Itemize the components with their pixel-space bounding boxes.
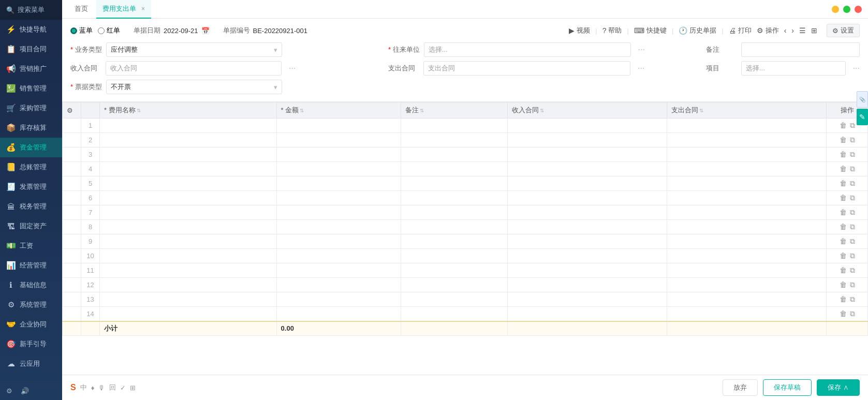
radio-blue-input[interactable] [70, 27, 77, 34]
project-select[interactable]: 选择... [741, 61, 846, 76]
amount-4[interactable] [276, 162, 401, 176]
note-input[interactable] [741, 42, 860, 57]
expense-name-6[interactable] [100, 191, 277, 205]
note-5[interactable] [401, 176, 508, 191]
expense-contract-5[interactable] [667, 176, 827, 191]
expense-contract-14[interactable] [667, 307, 827, 321]
note-10[interactable] [401, 249, 508, 263]
amount-11[interactable] [276, 263, 401, 278]
toolbar-action-help[interactable]: ? 帮助 [602, 26, 622, 35]
income-contract-8[interactable] [508, 220, 667, 234]
expense-contract-8[interactable] [667, 220, 827, 234]
counterpart-more-icon[interactable]: ··· [638, 45, 645, 54]
expense-contract-2[interactable] [667, 133, 827, 147]
delete-icon-14[interactable]: 🗑 [840, 309, 847, 318]
delete-icon-10[interactable]: 🗑 [840, 251, 847, 260]
amount-6[interactable] [276, 191, 401, 205]
delete-icon-1[interactable]: 🗑 [840, 121, 847, 130]
window-minimize[interactable] [832, 6, 839, 13]
amount-1[interactable] [276, 118, 401, 133]
amount-14[interactable] [276, 307, 401, 321]
sidebar-item-new-guide[interactable]: 🎯 新手引导 [0, 334, 62, 354]
income-contract-5[interactable] [508, 176, 667, 191]
amount-10[interactable] [276, 249, 401, 263]
sidebar-item-system[interactable]: ⚙ 系统管理 [0, 295, 62, 315]
expense-contract-1[interactable] [667, 118, 827, 133]
expense-name-5[interactable] [100, 176, 277, 191]
delete-icon-8[interactable]: 🗑 [840, 223, 847, 231]
sidebar-item-purchase[interactable]: 🛒 采购管理 [0, 98, 62, 118]
sidebar-item-enterprise[interactable]: 🤝 企业协同 [0, 315, 62, 334]
window-maximize[interactable] [843, 6, 850, 13]
copy-icon-7[interactable]: ⧉ [850, 208, 855, 217]
expense-contract-11[interactable] [667, 263, 827, 278]
sidebar-item-invoice[interactable]: 🧾 发票管理 [0, 177, 62, 197]
copy-icon-14[interactable]: ⧉ [850, 309, 855, 318]
invoice-type-select[interactable]: 不开票 ▾ [106, 80, 282, 94]
expense-contract-4[interactable] [667, 162, 827, 176]
expense-name-3[interactable] [100, 147, 277, 162]
amount-3[interactable] [276, 147, 401, 162]
copy-icon-10[interactable]: ⧉ [850, 251, 855, 260]
income-contract-11[interactable] [508, 263, 667, 278]
sidebar-search[interactable]: 🔍 搜索菜单 [0, 0, 62, 20]
note-11[interactable] [401, 263, 508, 278]
note-14[interactable] [401, 307, 508, 321]
sidebar-item-inventory[interactable]: 📦 库存核算 [0, 118, 62, 138]
income-contract-1[interactable] [508, 118, 667, 133]
copy-icon-6[interactable]: ⧉ [850, 194, 855, 202]
radio-red-input[interactable] [98, 27, 105, 34]
toolbar-action-shortcut[interactable]: ⌨ 快捷键 [634, 26, 667, 35]
delete-icon-2[interactable]: 🗑 [840, 136, 847, 144]
toolbar-action-list-view[interactable]: ☰ [799, 26, 806, 35]
save-button[interactable]: 保存 ∧ [817, 379, 860, 396]
project-more-icon[interactable]: ··· [853, 64, 860, 73]
amount-13[interactable] [276, 292, 401, 307]
sidebar-item-project-contract[interactable]: 📋 项目合同 [0, 39, 62, 59]
copy-icon-2[interactable]: ⧉ [850, 136, 855, 144]
delete-icon-13[interactable]: 🗑 [840, 295, 847, 304]
income-contract-6[interactable] [508, 191, 667, 205]
income-contract-13[interactable] [508, 292, 667, 307]
expense-contract-12[interactable] [667, 278, 827, 292]
copy-icon-3[interactable]: ⧉ [850, 150, 855, 159]
delete-icon-3[interactable]: 🗑 [840, 150, 847, 159]
delete-icon-7[interactable]: 🗑 [840, 208, 847, 217]
income-contract-more-icon[interactable]: ··· [289, 64, 296, 73]
col-header-expense-contract[interactable]: 支出合同⇅ [667, 102, 827, 118]
expense-contract-7[interactable] [667, 205, 827, 220]
amount-9[interactable] [276, 234, 401, 249]
amount-8[interactable] [276, 220, 401, 234]
delete-icon-4[interactable]: 🗑 [840, 165, 847, 173]
note-4[interactable] [401, 162, 508, 176]
sidebar-item-tax[interactable]: 🏛 税务管理 [0, 197, 62, 216]
delete-icon-11[interactable]: 🗑 [840, 266, 847, 275]
window-close[interactable] [855, 6, 862, 13]
float-btn-2[interactable]: ✎ [857, 109, 868, 125]
expense-contract-6[interactable] [667, 191, 827, 205]
settings-icon[interactable]: ⚙ [6, 387, 12, 395]
sidebar-item-marketing[interactable]: 📢 营销推广 [0, 59, 62, 79]
toolbar-action-grid-view[interactable]: ⊞ [811, 26, 817, 35]
calendar-icon[interactable]: 📅 [201, 27, 210, 35]
expense-name-1[interactable] [100, 118, 277, 133]
expense-contract-more-icon[interactable]: ··· [638, 64, 644, 73]
income-contract-14[interactable] [508, 307, 667, 321]
note-9[interactable] [401, 234, 508, 249]
note-8[interactable] [401, 220, 508, 234]
settings-button[interactable]: ⚙ 设置 [827, 24, 860, 37]
delete-icon-9[interactable]: 🗑 [840, 237, 847, 246]
sidebar-item-quick-nav[interactable]: ⚡ 快捷导航 [0, 20, 62, 39]
sidebar-item-capital[interactable]: 💰 资金管理 [0, 138, 62, 157]
col-header-expense-name[interactable]: * 费用名称⇅ [100, 102, 277, 118]
expense-name-8[interactable] [100, 220, 277, 234]
copy-icon-5[interactable]: ⧉ [850, 179, 855, 188]
sidebar-item-ledger[interactable]: 📒 总账管理 [0, 157, 62, 177]
sidebar-item-payroll[interactable]: 💵 工资 [0, 236, 62, 256]
copy-icon-12[interactable]: ⧉ [850, 280, 855, 289]
copy-icon-8[interactable]: ⧉ [850, 223, 855, 231]
expense-contract-10[interactable] [667, 249, 827, 263]
tab-home[interactable]: 首页 [68, 0, 94, 19]
note-13[interactable] [401, 292, 508, 307]
toolbar-action-prev[interactable]: ‹ [784, 26, 787, 35]
